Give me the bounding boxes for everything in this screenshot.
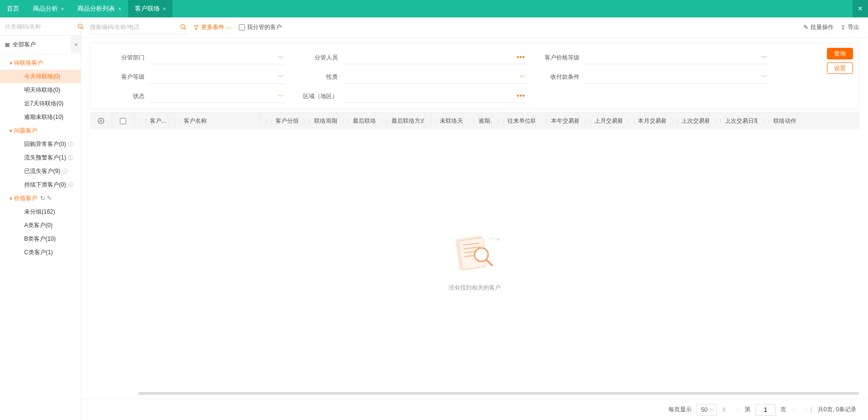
export-button[interactable]: ⇪ 导出 xyxy=(840,23,859,31)
tree-item-class-c[interactable]: C类客户(1) xyxy=(0,246,81,259)
help-icon[interactable]: ⓘ xyxy=(68,181,73,188)
checkbox-input[interactable] xyxy=(120,118,126,124)
chevron-up-icon: ︿ xyxy=(226,23,232,31)
filter-label: 分管人员 xyxy=(289,54,343,62)
export-label: 导出 xyxy=(848,23,859,31)
column-header[interactable]: ⋮⋮上月交易额 xyxy=(579,113,622,129)
main-panel: 更多条件 ︿ 我分管的客户 ✎ 批量操作 ⇪ 导出 分管部门 ﹀ xyxy=(81,17,868,420)
filter-input[interactable]: ﹀ xyxy=(584,51,768,64)
prev-page-button[interactable]: 〈 xyxy=(732,406,740,414)
tree-item-class-a[interactable]: A类客户(0) xyxy=(0,218,81,232)
svg-line-13 xyxy=(486,260,492,265)
column-header[interactable]: ⋮⋮联络动作 xyxy=(758,113,796,129)
edit-icon[interactable]: ✎ xyxy=(47,195,52,202)
drag-icon: ⋮⋮ xyxy=(670,118,680,124)
top-tab-customer-contact[interactable]: 客户联络 × xyxy=(128,0,173,17)
tree-item-tomorrow[interactable]: 明天待联络(0) xyxy=(0,83,81,97)
column-header[interactable]: ⋮⋮客户分组 xyxy=(260,113,299,129)
column-label: 联络动作 xyxy=(773,117,796,125)
filter-input[interactable]: ﹀ xyxy=(149,89,285,103)
help-icon[interactable]: ⓘ xyxy=(62,168,68,175)
horizontal-scrollbar[interactable] xyxy=(90,391,859,396)
search-icon[interactable] xyxy=(77,23,84,30)
select-all-checkbox[interactable] xyxy=(112,113,134,129)
column-header[interactable]: ⋮⋮上次交易日期 xyxy=(709,113,758,129)
first-page-button[interactable]: K xyxy=(722,406,727,413)
column-header[interactable]: ⋮⋮本月交易额 xyxy=(622,113,666,129)
drag-icon: ⋮⋮ xyxy=(172,118,182,124)
query-button[interactable]: 查询 xyxy=(827,48,853,59)
filter-status: 状态 ﹀ xyxy=(96,87,289,106)
drag-icon: ⋮⋮ xyxy=(380,118,390,124)
tree-group-pending: ▾ 待联络客户 今天待联络(0) 明天待联络(0) 近7天待联络(0) 逾期未联… xyxy=(0,56,81,124)
filter-input[interactable]: ••• xyxy=(343,51,526,64)
last-page-button[interactable]: 〉| xyxy=(804,406,813,414)
my-customers-checkbox[interactable]: 我分管的客户 xyxy=(239,23,282,31)
search-input[interactable] xyxy=(90,24,180,30)
column-header[interactable]: ⋮⋮本年交易额 xyxy=(535,113,579,129)
column-header[interactable]: ⋮⋮联络周期 xyxy=(299,113,337,129)
filter-input[interactable]: ﹀ xyxy=(149,70,285,84)
page-number-input[interactable] xyxy=(755,404,776,416)
tree-item-overdue[interactable]: 逾期未联络(10) xyxy=(0,110,81,124)
refresh-icon[interactable]: ↻ xyxy=(40,195,45,202)
top-tab-home[interactable]: 首页 xyxy=(0,0,26,17)
drag-icon: ⋮⋮ xyxy=(303,118,312,124)
tree-group-header[interactable]: ▾ 待联络客户 xyxy=(0,56,81,70)
tree-group-problem: ▾ 问题客户 回购异常客户(0)ⓘ 流失预警客户(1)ⓘ 已流失客户(9)ⓘ 持… xyxy=(0,124,81,191)
close-all-tabs-button[interactable]: × xyxy=(853,0,868,17)
per-page-select[interactable]: 50 ﹀ xyxy=(696,404,716,416)
filter-icon xyxy=(193,25,199,30)
column-header[interactable]: ⋮⋮最后联络... xyxy=(337,113,376,129)
tree-group-header[interactable]: ▾ 价值客户 ↻ ✎ xyxy=(0,191,81,205)
filter-input[interactable]: ﹀ xyxy=(343,70,526,84)
column-header[interactable]: ⋮⋮逾期... xyxy=(463,113,492,129)
tree-item-7days[interactable]: 近7天待联络(0) xyxy=(0,97,81,110)
batch-action-button[interactable]: ✎ 批量操作 xyxy=(803,23,834,31)
table-header-row: ⋮⋮客户...⋮⋮客户名称⋮⋮客户分组⋮⋮联络周期⋮⋮最后联络...⋮⋮最后联络… xyxy=(90,113,859,129)
tree-item-repurchase-abnormal[interactable]: 回购异常客户(0)ⓘ xyxy=(0,137,81,151)
checkbox-input[interactable] xyxy=(239,24,245,30)
filter-input[interactable]: ﹀ xyxy=(149,51,285,64)
help-icon[interactable]: ⓘ xyxy=(68,141,73,148)
tree-item-today[interactable]: 今天待联络(0) xyxy=(0,70,81,83)
more-filter-toggle[interactable]: 更多条件 ︿ xyxy=(193,23,232,31)
tree-item-churned[interactable]: 已流失客户(9)ⓘ xyxy=(0,164,81,178)
top-tab-product-analysis-list[interactable]: 商品分析列表 × xyxy=(71,0,128,17)
next-page-button[interactable]: 〉 xyxy=(791,406,799,414)
column-header[interactable]: ⋮⋮客户名称 xyxy=(168,113,260,129)
sidebar-all-customers[interactable]: ▦ 全部客户 xyxy=(0,36,81,54)
tree-item-churn-warning[interactable]: 流失预警客户(1)ⓘ xyxy=(0,151,81,164)
close-icon[interactable]: × xyxy=(118,6,121,12)
sidebar-search-input[interactable] xyxy=(5,23,77,30)
chevron-down-icon: ﹀ xyxy=(278,92,284,101)
close-icon[interactable]: × xyxy=(163,6,166,12)
settings-button[interactable]: 设置 xyxy=(827,62,853,74)
batch-label: 批量操作 xyxy=(810,23,834,31)
column-header[interactable]: ⋮⋮往来单位联... xyxy=(492,113,535,129)
help-icon[interactable]: ⓘ xyxy=(68,154,73,161)
sidebar-collapse-button[interactable]: « xyxy=(71,36,81,53)
column-label: 客户... xyxy=(150,117,166,125)
tree-item-declining[interactable]: 持续下滑客户(0)ⓘ xyxy=(0,178,81,191)
group-name: 问题客户 xyxy=(14,127,37,135)
filter-input[interactable]: ﹀ xyxy=(584,70,768,84)
top-tab-product-analysis[interactable]: 商品分析 × xyxy=(26,0,71,17)
tab-label: 商品分析列表 xyxy=(77,4,115,13)
drag-icon: ⋮⋮ xyxy=(539,118,549,124)
close-icon[interactable]: × xyxy=(61,6,64,12)
column-header[interactable]: ⋮⋮未联络天数 xyxy=(424,113,463,129)
filter-input[interactable]: ••• xyxy=(343,89,526,103)
tree-group-header[interactable]: ▾ 问题客户 xyxy=(0,124,81,137)
column-header[interactable]: ⋮⋮客户... xyxy=(134,113,168,129)
column-header[interactable]: ⋮⋮上次交易额 xyxy=(666,113,709,129)
svg-point-0 xyxy=(78,24,82,28)
column-label: 逾期... xyxy=(478,117,492,125)
tree-item-class-b[interactable]: B类客户(10) xyxy=(0,232,81,246)
search-icon[interactable] xyxy=(180,24,187,30)
table-settings-button[interactable] xyxy=(90,113,112,129)
scrollbar-thumb[interactable] xyxy=(138,392,859,395)
column-header[interactable]: ⋮⋮最后联络方式 xyxy=(376,113,424,129)
tree-item-ungrouped[interactable]: 未分组(162) xyxy=(0,205,81,218)
export-icon: ⇪ xyxy=(840,24,846,31)
